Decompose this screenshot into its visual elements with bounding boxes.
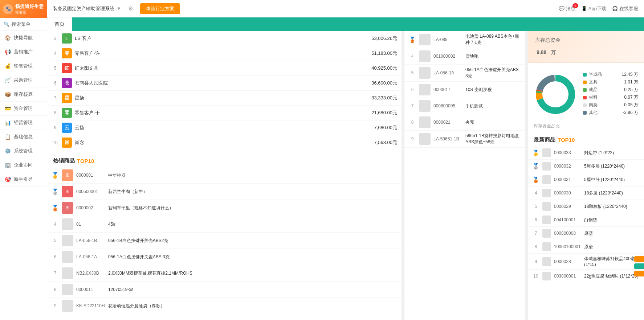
hot-products-title: 热销商品 TOP10: [47, 153, 402, 167]
topbar-right: 💬 消息 6 📱 App下载 🎧 在线客服: [559, 5, 638, 12]
purchase-icon: 🛒: [4, 77, 11, 83]
latest-product-img: [542, 272, 551, 280]
sidebar-item-newbie[interactable]: 🎯 新手引导: [0, 172, 47, 186]
sidebar-nav: 🏠 快捷导航 📢 营销推广 💰 销售管理 🛒 采购管理 📦 库存核算 💳 资金管…: [0, 31, 47, 320]
sidebar-item-system[interactable]: ⚙️ 系统管理: [0, 144, 47, 158]
list-item: 🥉 0000031 5厘中纤 (1220*2440): [528, 173, 644, 186]
latest-product-img: [542, 175, 551, 184]
list-item: 7 NB2.0X30B 2.0X30MM双摆花轴,摆花直径2.1MM/ROHS: [47, 265, 402, 282]
sidebar-item-label: 资金管理: [14, 105, 33, 112]
product-image-placeholder: [419, 50, 431, 62]
content-area: 3 L LS 客户 53,006.26元 4 零 零售客户·许 51,183.0…: [47, 31, 644, 320]
table-row: 3 L LS 客户 53,006.26元: [47, 31, 402, 46]
product-image-placeholder: [419, 133, 431, 145]
sidebar-item-finance[interactable]: 💳 资金管理: [0, 102, 47, 116]
sidebar-item-label: 快捷导航: [14, 34, 33, 41]
list-item: 🥉 图 0000002 智利车子里（规格不知道填什么）: [47, 200, 402, 216]
direct-service-button[interactable]: 直播: [634, 271, 644, 276]
sidebar-item-basic[interactable]: 📋 基础信息: [0, 130, 47, 144]
product-image-placeholder: [62, 251, 73, 263]
search-icon: 🔍: [4, 21, 9, 27]
panels-wrapper: 3 L LS 客户 53,006.26元 4 零 零售客户·许 51,183.0…: [47, 31, 528, 320]
list-item: 8 10000100001 原垄: [528, 240, 644, 254]
product-info: NB2.0X30B 2.0X30MM双摆花轴,摆花直径2.1MM/ROHS: [76, 270, 397, 276]
chart-footer: 库存资金占比: [528, 123, 644, 132]
legend-item: 文具 1.01 万: [583, 79, 638, 85]
sidebar-item-sales[interactable]: 💰 销售管理: [0, 59, 47, 73]
product-image-placeholder: [62, 300, 73, 312]
sidebar-item-operation[interactable]: 📊 经营管理: [0, 116, 47, 130]
list-item: 5 0000029 18颗粒板 (1220*2440): [528, 200, 644, 213]
list-item: 9 KK-SD22110H 花语萌恒温分腿睡袋（厚款）: [47, 298, 402, 314]
sidebar-item-quick-nav[interactable]: 🏠 快捷导航: [0, 31, 47, 45]
list-item: 🥉 LA-089 电池盖 LA-089 ABS本色+黑种 7.1克: [404, 31, 525, 48]
message-icon: 💬: [559, 6, 564, 11]
list-item: 5 LA-056-1A 056-1A白色按键开关壳ABS 3壳: [404, 65, 525, 82]
customer-badge: 苍: [62, 78, 72, 88]
medal-bronze-icon: 🥉: [409, 36, 416, 43]
legend-dot: [583, 81, 587, 84]
middle-panel: 🥉 LA-089 电池盖 LA-089 ABS本色+黑种 7.1克 4 0010…: [404, 31, 528, 320]
legend-item: 半成品 12.45 万: [583, 71, 638, 78]
sidebar-item-label: 经营管理: [14, 119, 33, 126]
customer-badge: 肖: [62, 138, 72, 148]
sidebar-item-label: 库存核算: [14, 91, 33, 98]
table-row: 9 云 云扬 7,680.00元: [47, 120, 402, 135]
list-item: 8 0000021 夹壳: [404, 114, 525, 131]
inventory-total-value: 9.88 万: [535, 45, 637, 57]
latest-product-img: [542, 229, 551, 238]
dropdown-icon[interactable]: ▼: [117, 6, 121, 11]
sidebar-item-purchase[interactable]: 🛒 采购管理: [0, 73, 47, 87]
hot-products-section: 热销商品 TOP10 🥇 图 0000001 中华神器: [47, 153, 402, 314]
list-item: 4 0000030 18多层 (1220*2440): [528, 186, 644, 200]
brand-text: 畅捷通好生意 标准版: [15, 4, 44, 15]
trial-button[interactable]: 体验行业方案: [140, 3, 180, 14]
message-button[interactable]: 💬 消息 6: [559, 5, 575, 12]
legend-dot: [583, 73, 587, 77]
system-name: 装备及固定资产辅助管理系统 ▼: [53, 5, 121, 12]
product-info: LA-056-1A 056-1A白色按键开关盖ABS 3克: [76, 254, 397, 260]
product-info: LA-59651-1B 59651-1B旋转投影灯电池盒ABS黑色+58壳: [433, 133, 521, 145]
sidebar-item-marketing[interactable]: 📢 营销推广: [0, 45, 47, 59]
customer-badge: 红: [62, 63, 72, 73]
customer-badge: 零: [62, 48, 72, 58]
online-service-button[interactable]: 🎧 在线客服: [612, 5, 638, 12]
list-item: 🥈 图 000500001 新西兰牛肉（新牛）: [47, 184, 402, 200]
service-community-button[interactable]: 服务社区: [634, 263, 644, 269]
tab-home[interactable]: 首页: [47, 17, 72, 31]
list-item: 10 003800001 22g鱼豆腐·烧烤味 (1*12*20): [528, 270, 644, 283]
home-icon: 🏠: [4, 34, 11, 41]
latest-product-img: [542, 216, 551, 224]
product-image-placeholder: [419, 100, 431, 112]
product-image: 图: [62, 202, 73, 214]
customer-badge: L: [62, 33, 72, 44]
settings-icon[interactable]: ⚙: [126, 4, 136, 14]
customer-badge: 零: [62, 108, 72, 118]
sidebar-item-label: 营销推广: [14, 49, 33, 55]
medal-gold-icon: 🥇: [52, 172, 59, 179]
customer-service-button[interactable]: 客服热线: [634, 256, 644, 262]
medal-silver-icon: 🥈: [532, 163, 539, 170]
latest-product-img: [542, 148, 551, 157]
sales-icon: 💰: [4, 63, 11, 69]
divider: [402, 31, 404, 320]
sidebar-item-inventory[interactable]: 📦 库存核算: [0, 87, 47, 102]
product-info: LA-056-1B 056-1B白色按键开关壳ABS2壳: [76, 238, 397, 244]
table-row: 5 红 红太阳文具 40,925.00元: [47, 61, 402, 76]
product-image-placeholder: [419, 67, 431, 79]
sidebar-item-label: 基础信息: [14, 134, 33, 140]
system-icon: ⚙️: [4, 148, 11, 154]
sidebar-item-label: 采购管理: [14, 77, 33, 83]
search-menu[interactable]: 🔍 搜索菜单: [0, 18, 47, 31]
legend-dot: [583, 88, 587, 92]
table-row: 7 星 星扬 33,333.00元: [47, 91, 402, 106]
message-badge: 6: [572, 3, 578, 8]
right-panel: 库存总资金 9.88 万: [528, 31, 644, 320]
product-info: 0000001 中华神器: [76, 172, 397, 179]
product-info: 0000021 夹壳: [433, 119, 521, 126]
product-info: 0000002 智利车子里（规格不知道填什么）: [76, 205, 397, 211]
product-info: 000500001 新西兰牛肉（新牛）: [76, 189, 397, 195]
app-download-button[interactable]: 📱 App下载: [581, 5, 606, 12]
product-info: 0000017 10S 变刹罗猴: [433, 87, 521, 93]
sidebar-item-enterprise[interactable]: 🏢 企业协同: [0, 158, 47, 172]
